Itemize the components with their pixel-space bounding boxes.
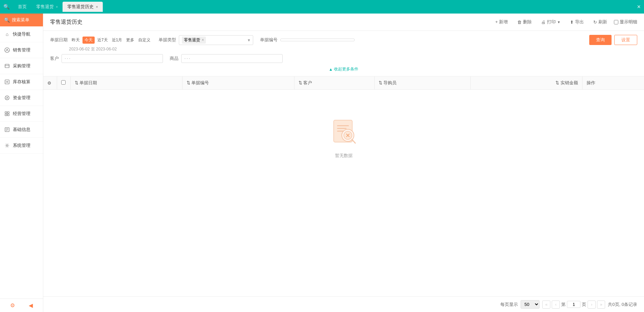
- sidebar: 🔍 搜索菜单 ⌂ 快捷导航 销售管理 采购管理: [0, 14, 43, 312]
- page-header: 零售退货历史 + 新增 🗑 删除 🖨 打印 ▼ ⬆ 导出 ↻: [43, 14, 644, 31]
- empty-illustration: [327, 117, 361, 147]
- date-btn-1month[interactable]: 近1月: [111, 37, 124, 44]
- th-actual-amount-sort: ⇅: [555, 80, 559, 85]
- tab-retail-return-history-close[interactable]: ×: [96, 5, 98, 9]
- select-all-checkbox[interactable]: [61, 80, 66, 85]
- th-checkbox[interactable]: [57, 76, 70, 90]
- tab-retail-return-history[interactable]: 零售退货历史 ×: [63, 2, 102, 12]
- sys-mgmt-icon: [4, 142, 10, 149]
- sidebar-item-finance-mgmt[interactable]: 资金管理: [0, 90, 43, 106]
- collapse-button[interactable]: ▲ 收起更多条件: [329, 66, 359, 72]
- settings-icon[interactable]: ⚙: [10, 302, 15, 309]
- basic-info-icon: [4, 127, 10, 133]
- page-info: 第 页: [561, 301, 586, 308]
- goods-input[interactable]: ···: [181, 54, 283, 63]
- svg-point-3: [5, 96, 9, 100]
- page-input[interactable]: [567, 301, 580, 308]
- sidebar-item-basic-info[interactable]: 基础信息: [0, 122, 43, 138]
- empty-text: 暂无数据: [335, 153, 353, 159]
- page-nav: « ‹ 第 页 › »: [542, 300, 605, 309]
- page-next-button[interactable]: ›: [588, 300, 596, 309]
- page-prev-button[interactable]: ‹: [552, 300, 560, 309]
- svg-point-0: [5, 48, 9, 52]
- window-close-button[interactable]: ×: [637, 4, 641, 10]
- date-btn-custom[interactable]: 自定义: [137, 37, 152, 44]
- svg-rect-7: [7, 114, 9, 116]
- date-btn-today[interactable]: 今天: [82, 37, 95, 44]
- action-buttons: 查询 设置: [589, 35, 637, 45]
- refresh-button[interactable]: ↻ 刷新: [591, 18, 610, 26]
- th-guide-sort: ⇅: [379, 80, 382, 85]
- finance-mgmt-icon: [4, 95, 10, 101]
- goods-filter: 商品 ···: [170, 54, 283, 63]
- header-actions: + 新增 🗑 删除 🖨 打印 ▼ ⬆ 导出 ↻ 刷新: [493, 18, 637, 26]
- export-button[interactable]: ⬆ 导出: [567, 18, 587, 26]
- filter-row-2: 客户 ··· 商品 ···: [50, 54, 637, 63]
- show-detail-checkbox-wrap[interactable]: 显示明细: [614, 19, 637, 25]
- add-button[interactable]: + 新增: [493, 18, 510, 26]
- th-customer[interactable]: ⇅ 客户: [294, 76, 374, 90]
- doc-type-label: 单据类型: [159, 37, 176, 43]
- search-menu[interactable]: 🔍 搜索菜单: [0, 14, 43, 26]
- page-last-button[interactable]: »: [597, 300, 605, 309]
- doc-type-dropdown-arrow: ▾: [248, 38, 250, 43]
- svg-rect-4: [5, 112, 7, 113]
- svg-rect-6: [5, 114, 7, 116]
- th-guide[interactable]: ⇅ 导购员: [374, 76, 470, 90]
- query-button[interactable]: 查询: [589, 35, 612, 45]
- delete-icon: 🗑: [517, 20, 522, 25]
- th-operation: 操作: [582, 76, 644, 90]
- th-settings[interactable]: ⚙: [43, 76, 57, 90]
- sidebar-item-purchase-mgmt[interactable]: 采购管理: [0, 58, 43, 74]
- sidebar-item-ops-mgmt[interactable]: 经营管理: [0, 106, 43, 122]
- date-btn-yesterday[interactable]: 昨天: [70, 37, 81, 44]
- doc-no-input[interactable]: [280, 39, 355, 41]
- customer-label: 客户: [50, 55, 59, 62]
- page-first-button[interactable]: «: [542, 300, 550, 309]
- th-doc-date[interactable]: ⇅ 单据日期: [70, 76, 182, 90]
- svg-rect-1: [5, 64, 9, 68]
- page-size-select[interactable]: 50 100 200: [521, 300, 540, 309]
- export-icon: ⬆: [570, 20, 574, 25]
- table-header-row: ⚙ ⇅ 单据日期 ⇅ 单据编号: [43, 76, 644, 90]
- date-btn-7days[interactable]: 近7天: [96, 37, 109, 44]
- sidebar-item-inventory-calc[interactable]: 库存核算: [0, 74, 43, 90]
- tab-retail-return[interactable]: 零售退货 ×: [31, 2, 63, 12]
- tab-retail-return-close[interactable]: ×: [56, 5, 58, 9]
- date-btn-more[interactable]: 更多: [125, 37, 136, 44]
- date-shortcuts: 昨天 今天 近7天 近1月 更多 自定义: [70, 37, 152, 44]
- purchase-mgmt-icon: [4, 63, 10, 69]
- collapse-sidebar-icon[interactable]: ◀: [29, 302, 33, 309]
- date-label: 单据日期: [50, 37, 68, 43]
- total-info: 共0页, 0条记录: [608, 302, 637, 308]
- doc-type-dropdown[interactable]: 零售退货 × ▾: [179, 35, 253, 45]
- doc-type-tag-remove[interactable]: ×: [201, 38, 204, 42]
- ops-mgmt-icon: [4, 111, 10, 117]
- th-doc-date-sort: ⇅: [75, 80, 78, 85]
- th-actual-amount[interactable]: ⇅ 实销金额: [470, 76, 582, 90]
- print-button[interactable]: 🖨 打印 ▼: [539, 18, 563, 26]
- settings-button[interactable]: 设置: [614, 35, 637, 45]
- th-doc-no[interactable]: ⇅ 单据编号: [182, 76, 294, 90]
- print-dropdown-icon: ▼: [557, 20, 560, 24]
- sidebar-item-quick-nav[interactable]: ⌂ 快捷导航: [0, 26, 43, 42]
- sidebar-footer: ⚙ ◀: [0, 298, 43, 312]
- quick-nav-icon: ⌂: [4, 31, 10, 37]
- delete-button[interactable]: 🗑 删除: [515, 18, 534, 26]
- svg-rect-12: [337, 128, 347, 129]
- doc-type-filter: 单据类型 零售退货 × ▾: [159, 35, 253, 45]
- sales-mgmt-icon: [4, 47, 10, 53]
- sidebar-item-sys-mgmt[interactable]: 系统管理: [0, 138, 43, 154]
- doc-no-label: 单据编号: [260, 37, 278, 43]
- collapse-icon: ▲: [329, 67, 333, 72]
- pagination: 每页显示 50 100 200 « ‹ 第 页 › » 共0页, 0条记录: [43, 296, 644, 312]
- top-bar: 🔍 首页 零售退货 × 零售退货历史 × ×: [0, 0, 644, 14]
- customer-input[interactable]: ···: [62, 54, 163, 63]
- table-settings-icon[interactable]: ⚙: [47, 81, 51, 86]
- search-icon: 🔍: [4, 17, 10, 23]
- show-detail-checkbox[interactable]: [614, 20, 618, 24]
- doc-no-filter: 单据编号: [260, 37, 355, 43]
- sidebar-item-sales-mgmt[interactable]: 销售管理: [0, 42, 43, 58]
- page-title: 零售退货历史: [50, 19, 82, 26]
- tab-home[interactable]: 首页: [13, 2, 31, 12]
